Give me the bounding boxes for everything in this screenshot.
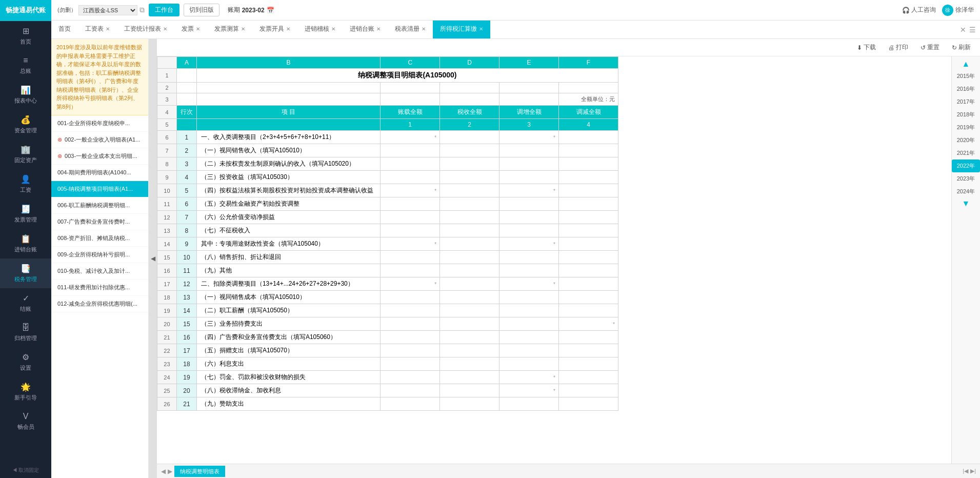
item-cell[interactable]: （三）业务招待费支出: [196, 317, 380, 331]
sidebar-item-fund-mgmt[interactable]: 💰 资金管理: [0, 110, 51, 140]
sidebar-item-archive[interactable]: 🗄 归档管理: [0, 318, 51, 347]
data-cell[interactable]: [559, 197, 618, 211]
data-cell[interactable]: [381, 144, 440, 157]
data-cell[interactable]: [381, 211, 440, 224]
year-item-2018[interactable]: 2018年: [952, 108, 980, 121]
menu-item-004[interactable]: 004-期间费用明细表(A1040...: [51, 165, 148, 181]
year-item-2022[interactable]: 2022年: [952, 160, 980, 172]
seq-cell[interactable]: 19: [176, 371, 196, 384]
cell[interactable]: [176, 83, 196, 93]
year-item-2021[interactable]: 2021年: [952, 147, 980, 160]
data-cell[interactable]: [499, 331, 559, 344]
data-cell[interactable]: [499, 197, 559, 211]
item-cell[interactable]: （一）视同销售成本（填写A105010）: [196, 291, 380, 304]
data-cell[interactable]: [440, 224, 499, 237]
data-cell[interactable]: [381, 251, 440, 264]
item-cell[interactable]: （六）公允价值变动净损益: [196, 211, 380, 224]
data-cell[interactable]: [499, 224, 559, 237]
data-cell[interactable]: *: [381, 131, 440, 144]
copy-icon[interactable]: ⧉: [139, 6, 145, 14]
data-cell[interactable]: [381, 344, 440, 357]
data-cell[interactable]: [559, 264, 618, 277]
calendar-icon[interactable]: 📅: [267, 7, 274, 14]
menu-item-009[interactable]: 009-企业所得税纳补亏损明...: [51, 247, 148, 263]
sidebar-item-closing[interactable]: ✓ 结账: [0, 288, 51, 318]
item-cell[interactable]: （九）其他: [196, 264, 380, 277]
download-button[interactable]: ⬇ 下载: [854, 42, 879, 53]
data-cell[interactable]: [499, 291, 559, 304]
tab-invoice-issue[interactable]: 发票开具 ✕: [252, 21, 297, 38]
cell[interactable]: [499, 93, 559, 106]
menu-item-010[interactable]: 010-免税、减计收入及加计...: [51, 263, 148, 280]
next-sheet-icon[interactable]: ▶: [168, 468, 172, 475]
sidebar-item-settings[interactable]: ⚙ 设置: [0, 347, 51, 377]
cell[interactable]: [440, 83, 499, 93]
data-cell[interactable]: [381, 197, 440, 211]
item-cell[interactable]: （五）捐赠支出（填写A105070）: [196, 344, 380, 357]
data-cell[interactable]: *: [499, 184, 559, 197]
tab-close-icon[interactable]: ✕: [196, 26, 200, 32]
cell[interactable]: [381, 93, 440, 106]
menu-item-011[interactable]: 011-研发费用加计扣除优惠...: [51, 280, 148, 296]
tab-income-tax[interactable]: 所得税汇算缴 ✕: [433, 21, 490, 38]
item-cell[interactable]: 其中：专项用途财政性资金（填写A105040）: [196, 237, 380, 251]
data-cell[interactable]: [440, 397, 499, 411]
scroll-left-icon[interactable]: |◀: [963, 468, 968, 474]
item-cell[interactable]: （四）广告费和业务宣传费支出（填写A105060）: [196, 331, 380, 344]
menu-item-001[interactable]: 001-企业所得税年度纳税申...: [51, 115, 148, 132]
year-item-2024[interactable]: 2024年: [952, 185, 980, 198]
item-cell[interactable]: （二）职工薪酬（填写A105050）: [196, 304, 380, 317]
item-cell[interactable]: （一）视同销售收入（填写A105010）: [196, 144, 380, 157]
data-cell[interactable]: [381, 371, 440, 384]
item-cell[interactable]: （九）赞助支出: [196, 397, 380, 411]
close-all-icon[interactable]: ✕: [960, 26, 966, 34]
sidebar-item-fixed-assets[interactable]: 🏢 固定资产: [0, 140, 51, 169]
year-nav-up[interactable]: ▲: [961, 58, 971, 70]
sidebar-item-guide[interactable]: 🌟 新手引导: [0, 377, 51, 407]
seq-cell[interactable]: 8: [176, 224, 196, 237]
sidebar-unpin[interactable]: ◀ 取消固定: [0, 463, 51, 478]
data-cell[interactable]: [559, 331, 618, 344]
cell[interactable]: [499, 83, 559, 93]
data-cell[interactable]: [381, 397, 440, 411]
data-cell[interactable]: *: [559, 317, 618, 331]
tab-close-icon[interactable]: ✕: [422, 26, 426, 32]
cell[interactable]: [196, 93, 380, 106]
seq-cell[interactable]: 3: [176, 157, 196, 171]
sidebar-item-invoice-mgmt[interactable]: 🧾 发票管理: [0, 199, 51, 229]
data-cell[interactable]: [440, 171, 499, 184]
company-select[interactable]: 江西股金-LSS: [78, 5, 137, 15]
tab-invoice-calc[interactable]: 发票测算 ✕: [207, 21, 252, 38]
cell[interactable]: [381, 83, 440, 93]
seq-cell[interactable]: 2: [176, 144, 196, 157]
cell[interactable]: [559, 83, 618, 93]
seq-cell[interactable]: 9: [176, 237, 196, 251]
menu-item-003[interactable]: ⊗ 003-一般企业成本支出明细...: [51, 148, 148, 165]
data-cell[interactable]: [440, 211, 499, 224]
data-cell[interactable]: [381, 291, 440, 304]
data-cell[interactable]: [559, 344, 618, 357]
tab-purchase-check[interactable]: 进销稽核 ✕: [297, 21, 343, 38]
data-cell[interactable]: *: [499, 371, 559, 384]
data-cell[interactable]: [440, 237, 499, 251]
data-cell[interactable]: *: [381, 237, 440, 251]
tab-payroll[interactable]: 工资表 ✕: [78, 21, 117, 38]
data-cell[interactable]: [440, 304, 499, 317]
sidebar-item-tax-mgmt[interactable]: 📑 税务管理: [0, 258, 51, 288]
seq-cell[interactable]: 14: [176, 304, 196, 317]
sidebar-item-home[interactable]: ⊞ 首页: [0, 21, 51, 51]
cell[interactable]: [196, 83, 380, 93]
data-cell[interactable]: [440, 357, 499, 371]
data-cell[interactable]: [559, 304, 618, 317]
seq-cell[interactable]: 15: [176, 317, 196, 331]
tab-home[interactable]: 首页: [51, 21, 78, 38]
menu-item-006[interactable]: 006-职工薪酬纳税调整明细...: [51, 197, 148, 214]
data-cell[interactable]: *: [381, 277, 440, 291]
item-cell[interactable]: 二、扣除类调整项目（13+14+...24+26+27+28+29+30）: [196, 277, 380, 291]
data-cell[interactable]: [381, 264, 440, 277]
data-cell[interactable]: [440, 371, 499, 384]
seq-cell[interactable]: 5: [176, 184, 196, 197]
data-cell[interactable]: [440, 384, 499, 397]
menu-item-008[interactable]: 008-资产折旧、摊销及纳税...: [51, 230, 148, 247]
data-cell[interactable]: [559, 251, 618, 264]
